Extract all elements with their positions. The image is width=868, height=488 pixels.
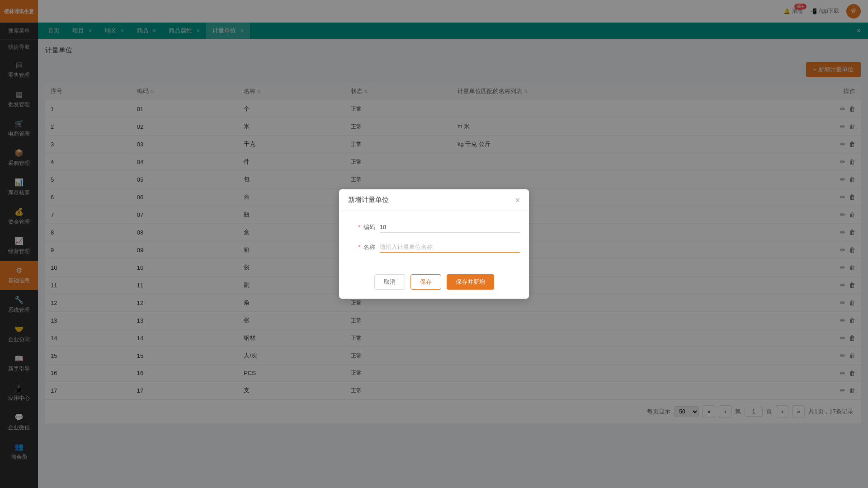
modal-header: 新增计量单位 × xyxy=(339,189,529,211)
modal-overlay: 新增计量单位 × * 编码 * 名称 取消 保存 保存并新增 xyxy=(0,0,868,488)
add-unit-modal: 新增计量单位 × * 编码 * 名称 取消 保存 保存并新增 xyxy=(339,189,529,299)
code-required-marker: * xyxy=(358,224,360,230)
save-button[interactable]: 保存 xyxy=(410,274,441,290)
code-input[interactable] xyxy=(380,222,520,233)
name-form-row: * 名称 xyxy=(348,242,520,253)
modal-footer: 取消 保存 保存并新增 xyxy=(339,269,529,299)
cancel-button[interactable]: 取消 xyxy=(374,274,405,290)
name-required-marker: * xyxy=(358,244,360,250)
name-label: * 名称 xyxy=(348,243,375,251)
code-label: * 编码 xyxy=(348,223,375,231)
modal-title: 新增计量单位 xyxy=(348,196,389,204)
modal-body: * 编码 * 名称 xyxy=(339,211,529,269)
code-form-row: * 编码 xyxy=(348,222,520,233)
save-and-new-button[interactable]: 保存并新增 xyxy=(447,274,494,290)
modal-close-button[interactable]: × xyxy=(515,196,520,204)
name-input[interactable] xyxy=(380,242,520,253)
